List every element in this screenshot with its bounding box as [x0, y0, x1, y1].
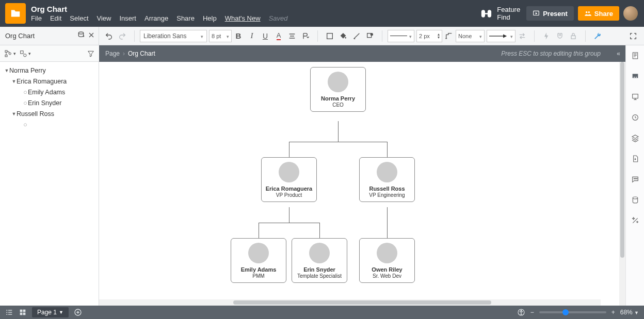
- svg-rect-16: [632, 74, 638, 78]
- avatar-icon: [279, 162, 299, 182]
- font-family-value: Liberation Sans: [143, 32, 186, 40]
- magic-icon[interactable]: [629, 214, 641, 227]
- zoom-in-button[interactable]: +: [611, 309, 615, 316]
- toolbar: Org Chart Liberation Sans 8 pt B I U A: [0, 27, 644, 45]
- lock-button[interactable]: [567, 29, 580, 43]
- node-name: Erica Romaguera: [266, 186, 312, 192]
- document-title[interactable]: Org Chart: [31, 5, 288, 13]
- org-node[interactable]: Erin Snyder Template Specialist: [292, 238, 347, 283]
- menu-help[interactable]: Help: [203, 14, 217, 22]
- page-tab[interactable]: Page 1▼: [32, 307, 69, 317]
- add-page-button[interactable]: [74, 308, 82, 316]
- menu-select[interactable]: Select: [70, 14, 88, 22]
- arrow-end-select[interactable]: [487, 30, 516, 42]
- org-node[interactable]: Norma Perry CEO: [310, 67, 366, 112]
- org-node[interactable]: Russell Ross VP Engineering: [359, 157, 415, 202]
- chat-icon[interactable]: [629, 173, 641, 186]
- text-color-button[interactable]: A: [272, 29, 285, 43]
- fullscreen-button[interactable]: [626, 29, 640, 43]
- outline-row[interactable]: ▼Russell Ross: [0, 108, 99, 119]
- svg-point-22: [633, 197, 637, 199]
- list-view-button[interactable]: [5, 308, 13, 316]
- outline-row[interactable]: ○: [0, 119, 99, 130]
- line-style-select[interactable]: [388, 30, 414, 42]
- line-width-select[interactable]: 2 px ▴▾: [416, 30, 442, 42]
- svg-rect-26: [8, 310, 12, 310]
- zoom-out-button[interactable]: −: [530, 309, 534, 316]
- canvas[interactable]: Norma Perry CEO Erica Romaguera VP Produ…: [99, 62, 625, 306]
- outline-row[interactable]: ▼Erica Romaguera: [0, 76, 99, 87]
- data-icon[interactable]: [629, 194, 641, 206]
- shape-options-button[interactable]: [363, 29, 377, 43]
- filter-button[interactable]: [87, 49, 95, 58]
- arrow-start-select[interactable]: None: [456, 30, 485, 42]
- horizontal-scrollbar[interactable]: [99, 299, 601, 306]
- presentation-icon[interactable]: [629, 91, 641, 103]
- notes-icon[interactable]: [629, 49, 641, 62]
- app-logo[interactable]: [5, 3, 26, 24]
- outline-label: Emily Adams: [28, 89, 65, 96]
- panel-config-icon[interactable]: [77, 31, 85, 41]
- share-button[interactable]: Share: [578, 6, 619, 21]
- underline-button[interactable]: U: [259, 29, 272, 43]
- font-family-select[interactable]: Liberation Sans: [140, 30, 207, 42]
- history-icon[interactable]: [629, 111, 641, 124]
- fill-bucket-button[interactable]: [336, 29, 350, 43]
- svg-point-20: [635, 178, 636, 179]
- node-name: Owen Riley: [372, 266, 402, 273]
- italic-button[interactable]: I: [245, 29, 259, 43]
- outline-row[interactable]: ○Erin Snyder: [0, 97, 99, 108]
- menu-whatsnew[interactable]: What's New: [225, 14, 261, 22]
- align-button[interactable]: [285, 29, 299, 43]
- org-node[interactable]: Owen Riley Sr. Web Dev: [359, 238, 415, 283]
- org-node[interactable]: Erica Romaguera VP Product: [261, 157, 317, 202]
- breadcrumb-page[interactable]: Page: [105, 50, 120, 57]
- menu-view[interactable]: View: [97, 14, 111, 22]
- outline-row[interactable]: ○Emily Adams: [0, 87, 99, 97]
- svg-rect-31: [20, 313, 23, 315]
- breadcrumb-current[interactable]: Org Chart: [128, 50, 155, 57]
- connector: [338, 121, 339, 142]
- node-name: Emily Adams: [241, 266, 277, 273]
- vertical-scrollbar[interactable]: [619, 62, 625, 306]
- node-role: VP Product: [276, 192, 302, 198]
- org-node[interactable]: Emily Adams PMM: [231, 238, 286, 283]
- outline-row[interactable]: ▼Norma Perry: [0, 65, 99, 76]
- user-avatar[interactable]: [623, 6, 638, 21]
- collapse-right-icon[interactable]: «: [617, 50, 620, 57]
- magnet-button[interactable]: [553, 29, 567, 43]
- zoom-slider[interactable]: [539, 311, 606, 313]
- wrench-button[interactable]: [591, 29, 604, 43]
- page-tab-label: Page 1: [37, 309, 57, 316]
- bold-button[interactable]: B: [232, 29, 245, 43]
- line-shape-button[interactable]: [442, 29, 456, 43]
- action-flash-button[interactable]: [540, 29, 553, 43]
- text-options-button[interactable]: [299, 29, 312, 43]
- node-role: VP Engineering: [369, 192, 405, 198]
- shapes-flowchart-button[interactable]: ▾: [4, 49, 16, 58]
- menu-arrange[interactable]: Arrange: [144, 14, 168, 22]
- present-button[interactable]: Present: [526, 6, 574, 21]
- shapes-basic-button[interactable]: ▾: [19, 49, 31, 58]
- feature-find-button[interactable]: Feature Find: [479, 6, 520, 21]
- panel-close-icon[interactable]: [87, 31, 95, 41]
- layers-icon[interactable]: [629, 132, 641, 144]
- connector: [289, 207, 289, 223]
- menu-share[interactable]: Share: [176, 14, 195, 22]
- grid-view-button[interactable]: [19, 308, 27, 316]
- undo-button[interactable]: [102, 29, 116, 43]
- menu-file[interactable]: File: [31, 14, 42, 22]
- line-color-button[interactable]: [350, 29, 363, 43]
- accessibility-icon[interactable]: [517, 308, 525, 316]
- redo-button[interactable]: [116, 29, 129, 43]
- comment-slide-icon[interactable]: [629, 70, 641, 82]
- file-drop-icon[interactable]: [629, 153, 641, 165]
- swap-arrows-button[interactable]: [516, 29, 529, 43]
- zoom-label[interactable]: 68% ▼: [620, 309, 639, 316]
- menu-edit[interactable]: Edit: [50, 14, 61, 22]
- menu-insert[interactable]: Insert: [119, 14, 136, 22]
- avatar-icon: [248, 243, 269, 263]
- font-size-select[interactable]: 8 pt: [209, 30, 232, 42]
- fill-frame-button[interactable]: [323, 29, 336, 43]
- connector: [259, 223, 319, 223]
